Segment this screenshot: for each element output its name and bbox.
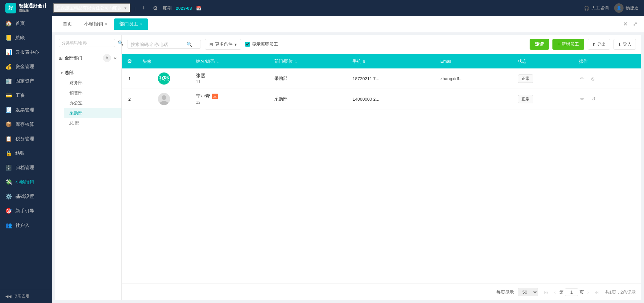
support-button[interactable]: 🎧 人工咨询	[584, 5, 609, 11]
page-content: 🔍 ⊞ 全部部门 ✎ « ▼	[55, 35, 641, 300]
employee-search-input[interactable]	[131, 42, 184, 47]
col-phone[interactable]: 手机⇅	[347, 54, 435, 68]
sort-arrows-icon: ⇅	[294, 60, 297, 63]
tab-expense[interactable]: 小畅报销 ×	[79, 18, 113, 30]
employee-name: 张熙	[196, 73, 263, 79]
col-name[interactable]: 姓名/编码⇅	[191, 54, 269, 68]
edit-icon[interactable]: ✏	[579, 95, 586, 103]
expand-arrow-icon: ▼	[60, 71, 63, 75]
refresh-icon[interactable]: ↺	[590, 95, 597, 103]
sidebar-item-archive[interactable]: 🗄️ 归档管理	[0, 160, 52, 175]
logo-icon: 好	[5, 3, 16, 13]
filter-label: 更多条件	[215, 41, 232, 47]
import-button[interactable]: ⬇ 导入	[613, 39, 636, 50]
maximize-window-button[interactable]: ⤢	[632, 19, 639, 29]
sidebar-item-close[interactable]: 🔒 结账	[0, 146, 52, 160]
sidebar-item-guide[interactable]: 🎯 新手引导	[0, 204, 52, 218]
avatar: 👤	[614, 3, 624, 13]
last-page-button[interactable]: ⏭	[592, 288, 601, 296]
sidebar-item-invoice[interactable]: 🧾 发票管理	[0, 103, 52, 117]
cancel-fixed-button[interactable]: ◀◀ 取消固定	[0, 289, 52, 303]
export-button[interactable]: ⬆ 导出	[588, 39, 610, 50]
name-cell: 张熙 11	[191, 68, 269, 89]
dept-node-purchase[interactable]: 采购部	[64, 108, 121, 118]
sidebar-item-inventory[interactable]: 📦 库存核算	[0, 117, 52, 132]
tab-expense-close[interactable]: ×	[105, 22, 107, 27]
sidebar-item-funds[interactable]: 💰 资金管理	[0, 59, 52, 74]
sidebar-item-label: 新手引导	[15, 208, 34, 214]
sidebar-item-home[interactable]: 🏠 首页	[0, 16, 52, 31]
close-window-button[interactable]: ✕	[622, 19, 629, 29]
invite-button[interactable]: 邀请	[530, 39, 549, 50]
calendar-icon[interactable]: 📅	[196, 6, 201, 11]
next-page-button[interactable]: ›	[585, 288, 591, 296]
dept-node-finance[interactable]: 财务部	[64, 78, 121, 88]
filter-icon: ⊟	[209, 42, 213, 47]
sidebar-item-user[interactable]: 👥 社户入	[0, 218, 52, 233]
name-cell: 宁小壹 应 12	[191, 89, 269, 109]
status-cell: 正常	[513, 68, 574, 89]
email-cell: zhangxidf...	[435, 68, 513, 89]
dept-collapse-button[interactable]: «	[113, 54, 117, 62]
sidebar-scroll: 🏠 首页 📒 总账 📊 云报表中心 💰 资金管理 🏢 固定资产	[0, 16, 52, 289]
assets-icon: 🏢	[5, 78, 12, 84]
sidebar-item-expense[interactable]: 💸 小畅报销	[0, 175, 52, 189]
col-settings-button[interactable]: ⚙	[127, 58, 132, 64]
sidebar-item-assets[interactable]: 🏢 固定资产	[0, 74, 52, 88]
sidebar-item-payroll[interactable]: 💳 工资	[0, 88, 52, 103]
sidebar-item-settings[interactable]: ⚙️ 基础设置	[0, 189, 52, 204]
settings-icon-button[interactable]: ⚙	[152, 4, 159, 13]
archive-icon: 🗄️	[5, 164, 12, 171]
company-selector[interactable]: 江西服宝精品有限责任公司内账张 ▼	[53, 3, 130, 13]
name-with-badge: 宁小壹 应	[196, 93, 263, 99]
edit-icon[interactable]: ✏	[579, 74, 586, 83]
filter-button[interactable]: ⊟ 更多条件 ▾	[205, 39, 241, 50]
sidebar-item-reports[interactable]: 📊 云报表中心	[0, 45, 52, 59]
page-input[interactable]	[565, 288, 578, 296]
dept-node-hq[interactable]: 总 部	[64, 118, 121, 128]
sidebar-item-ledger[interactable]: 📒 总账	[0, 31, 52, 45]
logout-icon[interactable]: ⎋	[590, 74, 596, 83]
employee-search-box: 🔍	[127, 40, 201, 49]
main-area: 🏠 首页 📒 总账 📊 云报表中心 💰 资金管理 🏢 固定资产	[0, 16, 644, 303]
dept-node-general[interactable]: ▼ 总部	[55, 68, 121, 78]
grid-icon: ⊞	[59, 55, 63, 61]
tab-dept-employee[interactable]: 部门员工 ×	[114, 18, 148, 30]
per-page-select[interactable]: 50 10 20 100	[518, 288, 538, 296]
search-icon[interactable]: 🔍	[186, 42, 192, 47]
status-badge: 正常	[518, 95, 533, 103]
username: 畅捷通	[626, 5, 639, 11]
add-employee-button[interactable]: + 新增员工	[552, 39, 584, 50]
sidebar-item-label: 基础设置	[15, 194, 34, 200]
dept-search-input[interactable]	[59, 39, 115, 47]
col-dept[interactable]: 部门/职位⇅	[269, 54, 347, 68]
table-row: 1 张熙 张熙 11	[122, 68, 641, 89]
dept-edit-button[interactable]: ✎	[103, 54, 111, 62]
dept-node-office[interactable]: 办公室	[64, 98, 121, 108]
show-resigned-checkbox[interactable]: 显示离职员工	[245, 41, 278, 47]
col-settings: ⚙	[122, 54, 137, 68]
gear-icon: ⚙️	[5, 193, 12, 200]
sidebar-item-tax[interactable]: 📋 税务管理	[0, 132, 52, 146]
per-page-label: 每页显示	[496, 289, 514, 295]
page-total-label: 页	[580, 289, 584, 295]
sidebar-item-label: 税务管理	[15, 136, 34, 142]
first-page-button[interactable]: ⏮	[542, 288, 551, 296]
sidebar-item-label: 发票管理	[15, 107, 34, 113]
all-depts-button[interactable]: ⊞ 全部部门	[59, 55, 82, 61]
page-label: 第	[559, 289, 564, 295]
dept-node-sales[interactable]: 销售部	[64, 88, 121, 98]
tab-home[interactable]: 首页	[57, 18, 77, 30]
row-num: 2	[122, 89, 137, 109]
top-divider: |	[135, 6, 136, 11]
phone-cell: 14000000 2...	[347, 89, 435, 109]
avatar-container: 张熙	[143, 72, 185, 85]
sidebar-item-label: 总账	[15, 35, 25, 41]
prev-page-button[interactable]: ‹	[552, 288, 558, 296]
show-resigned-input[interactable]	[245, 42, 250, 47]
top-right: 🎧 人工咨询 👤 畅捷通	[584, 3, 639, 13]
tab-dept-close[interactable]: ×	[140, 22, 143, 27]
table-body: 1 张熙 张熙 11	[122, 68, 641, 109]
user-area[interactable]: 👤 畅捷通	[614, 3, 639, 13]
add-tab-button[interactable]: +	[140, 4, 148, 12]
